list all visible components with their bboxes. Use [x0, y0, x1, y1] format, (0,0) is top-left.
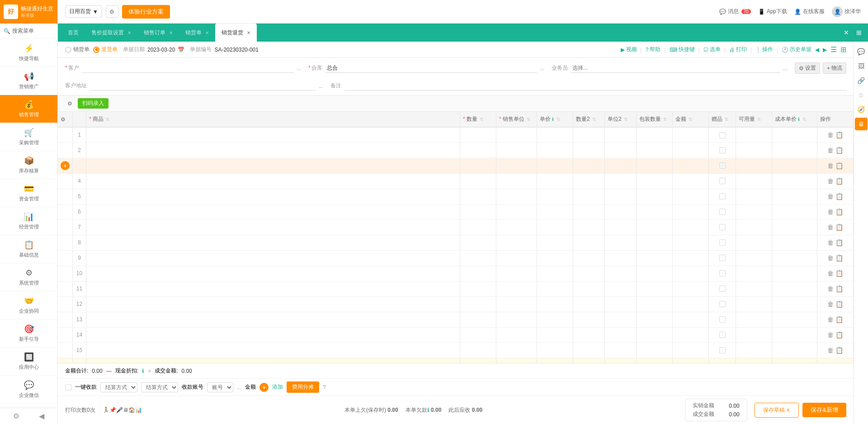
tab-close-sales-delivery[interactable]: ✕	[205, 30, 209, 35]
calc-method-select[interactable]: 结算方式	[100, 382, 137, 392]
add-row-btn[interactable]: +	[61, 161, 70, 170]
calc-method-select2[interactable]: 结算方式	[141, 382, 178, 392]
app-download-btn[interactable]: 📱 App下载	[758, 8, 787, 15]
sidebar-item-sales[interactable]: 💰 销售管理	[0, 95, 57, 123]
scan-btn[interactable]: 扫码录入	[78, 98, 108, 109]
delete-row-btn-7[interactable]: 🗑	[827, 224, 834, 231]
sidebar-collapse-btn[interactable]: ◀	[39, 412, 44, 420]
tab-close-sales-return[interactable]: ✕	[247, 30, 250, 35]
copy-row-btn-8[interactable]: 📋	[835, 239, 843, 246]
settings-btn[interactable]: ⚙ 设置	[795, 62, 820, 74]
sidebar-item-inventory[interactable]: 📦 库存核算	[0, 151, 57, 179]
doc-action-shortcut[interactable]: ⌨ 快捷键	[670, 46, 695, 53]
doc-action-help[interactable]: ? 帮助	[646, 46, 661, 53]
radio-return[interactable]: 退货单	[93, 46, 118, 53]
sidebar-settings-btn[interactable]: ⚙	[13, 412, 19, 420]
delete-row-btn-5[interactable]: 🗑	[827, 193, 834, 200]
tab-sales-order[interactable]: 销售订单 ✕	[137, 24, 179, 42]
row-pack-1[interactable]	[637, 127, 673, 143]
prev-doc-btn[interactable]: ◀	[815, 47, 819, 53]
quick-nav-btn[interactable]: 🧭	[855, 103, 868, 116]
copy-row-btn-5[interactable]: 📋	[835, 193, 843, 200]
industry-selector[interactable]: 日用百货 ▼	[65, 5, 102, 18]
sidebar-item-basic[interactable]: 📋 基础信息	[0, 235, 57, 263]
save-draft-btn[interactable]: 保存草稿 ∧	[755, 403, 799, 418]
logistics-btn[interactable]: + 物流	[823, 62, 846, 74]
quick-link-btn[interactable]: 🔗	[855, 74, 868, 87]
sidebar-item-wechat[interactable]: 💬 企业微信	[0, 376, 57, 404]
delete-row-btn-11[interactable]: 🗑	[827, 285, 834, 292]
tab-home[interactable]: 首页	[61, 24, 85, 42]
row-qty-1[interactable]	[460, 127, 496, 143]
sidebar-item-apps[interactable]: 🔲 应用中心	[0, 348, 57, 376]
quick-star-btn[interactable]: ☆	[855, 89, 868, 101]
sidebar-item-finance[interactable]: 💳 资金管理	[0, 179, 57, 207]
tab-close-price-setting[interactable]: ✕	[127, 30, 131, 35]
salesperson-dots[interactable]: ...	[783, 65, 788, 71]
quick-screen-btn[interactable]: 🖥	[855, 118, 868, 130]
delete-row-btn-2[interactable]: 🗑	[827, 147, 834, 154]
message-btn[interactable]: 💬 消息 70	[719, 8, 751, 15]
doc-action-operate[interactable]: ⋮ 操作	[755, 46, 773, 53]
one-key-checkbox[interactable]	[65, 384, 71, 391]
copy-row-btn-6[interactable]: 📋	[835, 208, 843, 215]
row-qty2-1[interactable]	[573, 127, 605, 143]
delete-row-btn-13[interactable]: 🗑	[827, 316, 834, 323]
delete-row-btn-10[interactable]: 🗑	[827, 270, 834, 277]
address-dots[interactable]: ...	[319, 83, 323, 89]
sidebar-item-enterprise[interactable]: 🤝 企业协同	[0, 291, 57, 319]
copy-row-btn-10[interactable]: 📋	[835, 270, 843, 277]
debt-info-icon[interactable]: ℹ	[427, 407, 429, 413]
delete-row-btn-1[interactable]: 🗑	[827, 131, 834, 138]
sidebar-item-shortcut[interactable]: ⚡ 快捷导航	[0, 39, 57, 67]
copy-row-btn-15[interactable]: 📋	[835, 347, 843, 354]
delete-row-btn-15[interactable]: 🗑	[827, 347, 834, 354]
copy-row-btn-1[interactable]: 📋	[835, 131, 843, 138]
row-cost-1[interactable]	[772, 127, 817, 143]
row-price-1[interactable]	[537, 127, 573, 143]
copy-row-btn-12[interactable]: 📋	[835, 300, 843, 308]
warehouse-dots[interactable]: ...	[540, 65, 544, 71]
list-view-btn[interactable]: ☰	[830, 45, 837, 54]
address-input[interactable]	[90, 81, 316, 91]
copy-row-btn-11[interactable]: 📋	[835, 285, 843, 292]
row-unit2-1[interactable]	[605, 127, 637, 143]
row-gift-1[interactable]	[709, 127, 736, 143]
tab-sales-return[interactable]: 销货退货 ✕	[215, 24, 257, 42]
customer-service-btn[interactable]: 👤 在线客服	[794, 8, 825, 15]
quick-chat-btn[interactable]: 💬	[855, 45, 868, 58]
sidebar-item-marketing[interactable]: 📢 营销推广	[0, 67, 57, 95]
next-doc-btn[interactable]: ▶	[823, 47, 827, 53]
topbar-settings-btn[interactable]: ⚙	[106, 5, 118, 18]
sidebar-item-newguide[interactable]: 🎯 新手引导	[0, 319, 57, 348]
note-input[interactable]	[344, 81, 846, 91]
user-menu[interactable]: 👤 徐泽华	[832, 6, 861, 17]
discount-info-icon[interactable]: ℹ	[142, 368, 144, 374]
row-product-1[interactable]	[86, 127, 460, 143]
row-available-1[interactable]	[736, 127, 772, 143]
add-payment-btn[interactable]: +	[259, 383, 269, 392]
trial-btn[interactable]: 体验行业方案	[122, 5, 170, 19]
maximize-btn[interactable]: ⊞	[854, 27, 864, 38]
delete-row-btn-14[interactable]: 🗑	[827, 331, 834, 338]
tab-price-setting[interactable]: 售价提取设置 ✕	[85, 24, 137, 42]
sidebar-item-operation[interactable]: 📊 经营管理	[0, 207, 57, 235]
active-row-product-input[interactable]	[89, 162, 457, 169]
copy-row-btn-3[interactable]: 📋	[835, 162, 843, 169]
sidebar-item-member[interactable]: V 畅会员	[0, 404, 57, 408]
tab-sales-delivery[interactable]: 销货单 ✕	[179, 24, 215, 42]
save-new-btn[interactable]: 保存&新增	[802, 403, 846, 417]
customer-input[interactable]	[82, 63, 294, 73]
delete-row-btn-9[interactable]: 🗑	[827, 254, 834, 262]
account-select[interactable]: 账号	[207, 382, 233, 392]
salesperson-input[interactable]	[571, 63, 780, 73]
close-tab-btn[interactable]: ✕	[841, 27, 852, 38]
grid-view-btn[interactable]: ⊞	[840, 45, 846, 54]
sidebar-item-system[interactable]: ⚙ 系统管理	[0, 263, 57, 291]
doc-action-history[interactable]: 🕐 历史单据	[782, 46, 811, 53]
delete-row-btn-6[interactable]: 🗑	[827, 208, 834, 215]
copy-row-btn-13[interactable]: 📋	[835, 316, 843, 323]
customer-dots[interactable]: ...	[297, 65, 301, 71]
warehouse-input[interactable]	[325, 63, 537, 73]
doc-action-video[interactable]: ▶ 视频	[621, 46, 637, 53]
